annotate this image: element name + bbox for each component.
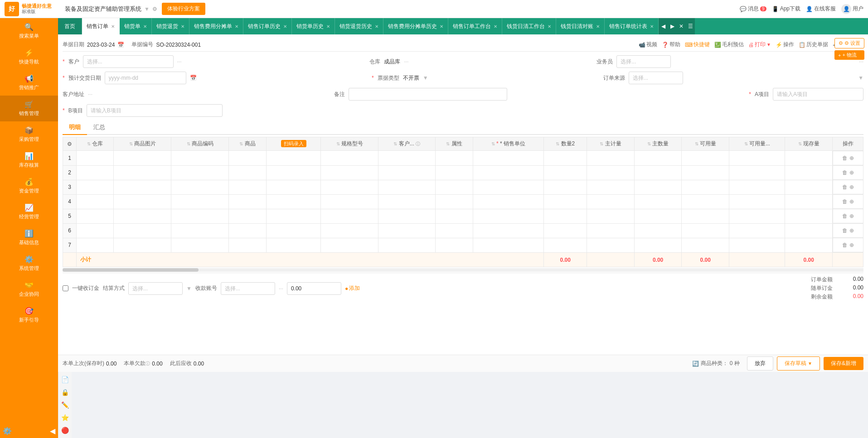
row-main-qty-2[interactable] bbox=[634, 165, 682, 180]
row-scan-3[interactable] bbox=[266, 180, 321, 194]
row-attr-3[interactable] bbox=[436, 180, 473, 194]
sidebar-item-enterprise[interactable]: 🤝 企业协同 bbox=[0, 276, 58, 302]
row-action-2[interactable]: 🗑 ⊕ bbox=[833, 165, 863, 180]
row-qty2-5[interactable] bbox=[544, 209, 587, 223]
ticket-dropdown-icon[interactable]: ▼ bbox=[423, 75, 428, 81]
calendar-icon[interactable]: 📅 bbox=[117, 42, 124, 48]
tab-daily-reconcile[interactable]: 钱货日清对账 ✕ bbox=[556, 18, 605, 34]
tab-close-sales-order[interactable]: ✕ bbox=[111, 24, 115, 29]
tab-close-daily-workbench[interactable]: ✕ bbox=[548, 24, 551, 29]
discard-button[interactable]: 放弃 bbox=[747, 356, 773, 371]
sidebar-item-inventory[interactable]: 📊 库存核算 bbox=[0, 147, 58, 173]
material-float-btn[interactable]: + + 物流 bbox=[834, 50, 864, 60]
scrollbar-thumb[interactable] bbox=[63, 268, 199, 272]
tab-close-all-btn[interactable]: ✕ bbox=[677, 18, 686, 34]
shortcut-btn[interactable]: ⌨ 快捷键 bbox=[685, 41, 710, 48]
aproject-input[interactable] bbox=[773, 88, 863, 101]
settings-icon[interactable]: ⚙ bbox=[152, 6, 157, 12]
sidebar-item-basic[interactable]: ℹ️ 基础信息 bbox=[0, 225, 58, 250]
tab-order-stats[interactable]: 销售订单统计表 ✕ bbox=[605, 18, 659, 34]
row-unit-3[interactable] bbox=[473, 180, 544, 194]
row-scan-5[interactable] bbox=[266, 209, 321, 223]
bproject-input[interactable] bbox=[87, 104, 223, 117]
row-sku-3[interactable] bbox=[171, 180, 229, 194]
row-sku-4[interactable] bbox=[171, 194, 229, 209]
amount-input[interactable] bbox=[287, 282, 341, 295]
one-click-checkbox[interactable] bbox=[63, 285, 68, 291]
row-attr-5[interactable] bbox=[436, 209, 473, 223]
sidebar-item-system[interactable]: ⚙️ 系统管理 bbox=[0, 250, 58, 276]
tab-expense-split[interactable]: 销售费用分摊单 ✕ bbox=[189, 18, 243, 34]
row-unit-1[interactable] bbox=[473, 151, 544, 166]
th-gear[interactable]: ⚙ bbox=[63, 137, 77, 151]
account-dots[interactable]: ··· bbox=[279, 285, 283, 292]
copy-icon-3[interactable]: ⊕ bbox=[849, 184, 854, 190]
print-btn[interactable]: 🖨 打印 ▼ bbox=[748, 41, 771, 48]
row-qty2-6[interactable] bbox=[544, 223, 587, 238]
row-customer-sku-4[interactable] bbox=[378, 194, 436, 209]
tab-close-expense-split[interactable]: ✕ bbox=[235, 24, 238, 29]
row-qty2-3[interactable] bbox=[544, 180, 587, 194]
row-product-7[interactable] bbox=[229, 238, 266, 253]
delete-icon-2[interactable]: 🗑 bbox=[842, 169, 848, 176]
help-btn[interactable]: ❓ 帮助 bbox=[662, 41, 680, 48]
tab-daily-workbench[interactable]: 钱货日清工作台 ✕ bbox=[502, 18, 556, 34]
row-qty2-4[interactable] bbox=[544, 194, 587, 209]
sidebar-collapse-icon[interactable]: ◀ bbox=[50, 427, 55, 435]
row-customer-sku-2[interactable] bbox=[378, 165, 436, 180]
row-product-1[interactable] bbox=[229, 151, 266, 166]
order-source-dropdown[interactable]: ▼ bbox=[858, 75, 863, 81]
row-warehouse-4[interactable] bbox=[77, 194, 114, 209]
tab-close-invoice-history[interactable]: ✕ bbox=[326, 24, 330, 29]
tab-next-btn[interactable]: ▶ bbox=[668, 18, 677, 34]
tab-close-sales-return[interactable]: ✕ bbox=[181, 24, 184, 29]
row-scan-6[interactable] bbox=[266, 223, 321, 238]
remark-input[interactable] bbox=[349, 88, 507, 101]
row-attr-2[interactable] bbox=[436, 165, 473, 180]
delivery-calendar-icon[interactable]: 📅 bbox=[190, 75, 197, 81]
delivery-date-input[interactable] bbox=[105, 72, 186, 84]
row-product-6[interactable] bbox=[229, 223, 266, 238]
row-spec-4[interactable] bbox=[321, 194, 378, 209]
row-sku-6[interactable] bbox=[171, 223, 229, 238]
sidebar-item-search[interactable]: 🔍 搜索菜单 bbox=[0, 18, 58, 44]
tab-invoice-history[interactable]: 销货单历史 ✕ bbox=[292, 18, 335, 34]
row-warehouse-1[interactable] bbox=[77, 151, 114, 166]
right-panel-icon-5[interactable]: 🔴 bbox=[59, 424, 71, 436]
row-main-qty-1[interactable] bbox=[634, 151, 682, 166]
row-warehouse-7[interactable] bbox=[77, 238, 114, 253]
row-scan-4[interactable] bbox=[266, 194, 321, 209]
sub-tab-summary[interactable]: 汇总 bbox=[87, 120, 112, 134]
tab-expense-history[interactable]: 销售费用分摊单历史 ✕ bbox=[383, 18, 448, 34]
row-attr-7[interactable] bbox=[436, 238, 473, 253]
row-warehouse-5[interactable] bbox=[77, 209, 114, 223]
sidebar-item-sales[interactable]: 🛒 销售管理 bbox=[0, 96, 58, 121]
row-unit-7[interactable] bbox=[473, 238, 544, 253]
row-spec-1[interactable] bbox=[321, 151, 378, 166]
row-attr-1[interactable] bbox=[436, 151, 473, 166]
row-sku-7[interactable] bbox=[171, 238, 229, 253]
delete-icon-5[interactable]: 🗑 bbox=[842, 213, 848, 219]
sidebar-item-operation[interactable]: 📈 经营管理 bbox=[0, 199, 58, 225]
tab-return-history[interactable]: 销货退货历史 ✕ bbox=[335, 18, 383, 34]
row-customer-sku-3[interactable] bbox=[378, 180, 436, 194]
row-unit-2[interactable] bbox=[473, 165, 544, 180]
tab-close-expense-history[interactable]: ✕ bbox=[440, 24, 443, 29]
tab-close-order-stats[interactable]: ✕ bbox=[650, 24, 654, 29]
tab-close-return-history[interactable]: ✕ bbox=[375, 24, 378, 29]
row-product-2[interactable] bbox=[229, 165, 266, 180]
row-warehouse-6[interactable] bbox=[77, 223, 114, 238]
user-item[interactable]: 👤 用户 bbox=[841, 4, 863, 14]
add-btn[interactable]: ● 添加 bbox=[345, 284, 360, 292]
sub-tab-detail[interactable]: 明细 bbox=[63, 120, 87, 135]
tab-close-order-history[interactable]: ✕ bbox=[283, 24, 287, 29]
address-dots[interactable]: ··· bbox=[88, 91, 92, 97]
row-qty2-7[interactable] bbox=[544, 238, 587, 253]
row-qty2-1[interactable] bbox=[544, 151, 587, 166]
row-attr-6[interactable] bbox=[436, 223, 473, 238]
save-draft-dropdown-icon[interactable]: ▼ bbox=[808, 361, 812, 366]
delete-icon-4[interactable]: 🗑 bbox=[842, 198, 848, 205]
solution-button[interactable]: 体验行业方案 bbox=[162, 3, 205, 15]
row-scan-1[interactable] bbox=[266, 151, 321, 166]
row-warehouse-3[interactable] bbox=[77, 180, 114, 194]
